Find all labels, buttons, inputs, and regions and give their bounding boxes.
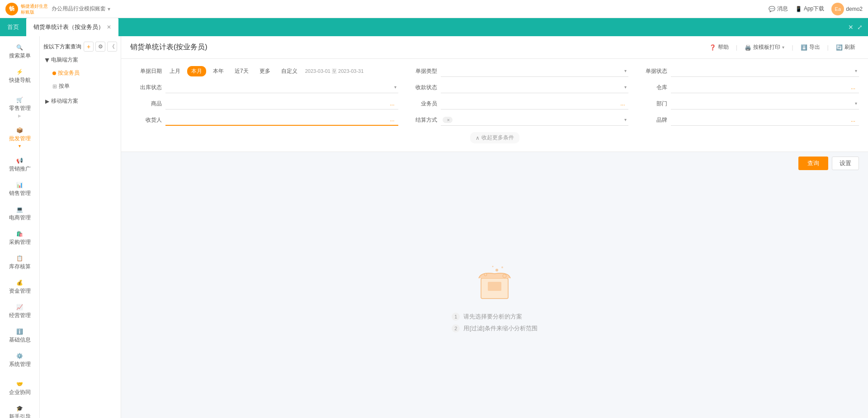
purchase-icon: 🛍️ <box>16 231 23 237</box>
active-dot-icon <box>52 71 56 75</box>
goods-dropdown[interactable]: ... <box>165 98 398 109</box>
sidebar-item-wholesale[interactable]: 📦 批发管理 ▼ <box>0 123 39 153</box>
sub-sidebar-toolbar: + ⚙ 《 <box>84 42 117 52</box>
wholesale-icon: 📦 <box>16 127 23 133</box>
sidebar-item-search[interactable]: 🔍 搜索菜单 <box>0 40 39 64</box>
sidebar-item-ecommerce[interactable]: 💻 电商管理 <box>0 202 39 226</box>
sidebar-item-purchase[interactable]: 🛍️ 采购管理 <box>0 226 39 251</box>
tab-sales-report[interactable]: 销货单统计表（按业务员） ✕ <box>26 18 118 36</box>
tab-close-window-icon[interactable]: ✕ <box>848 24 854 31</box>
sidebar-ecommerce-label: 电商管理 <box>9 214 31 222</box>
sidebar-purchase-label: 采购管理 <box>9 238 31 246</box>
template-print-arrow-icon: ▾ <box>782 45 784 50</box>
app-download-btn[interactable]: 📱 App下载 <box>795 5 824 13</box>
out-status-dropdown[interactable]: ▾ <box>165 81 398 93</box>
payment-dropdown[interactable]: × ▾ <box>441 114 629 126</box>
basics-icon: ℹ️ <box>16 328 23 335</box>
collapse-btn[interactable]: ∧ 收起更多条件 <box>470 132 519 143</box>
doc-status-label: 单据状态 <box>636 67 667 75</box>
date-this-month-btn[interactable]: 本月 <box>187 66 206 76</box>
filter-row-2: 出库状态 ▾ 收款状态 ▾ 仓库 <box>130 81 859 93</box>
doc-type-dropdown[interactable]: ▾ <box>441 65 629 77</box>
dept-label: 部门 <box>636 100 667 108</box>
consignee-filter-group: 收货人 ... <box>130 114 398 126</box>
date-custom-btn[interactable]: 自定义 <box>277 66 302 76</box>
consignee-dropdown[interactable]: ... <box>165 114 398 126</box>
goods-more-icon[interactable]: ... <box>388 100 396 107</box>
receipt-status-label: 收款状态 <box>406 84 437 91</box>
export-btn[interactable]: ⬇️ 导出 <box>797 42 824 53</box>
consignee-more-icon[interactable]: ... <box>388 116 396 123</box>
payment-filter-group: 结算方式 × ▾ <box>406 114 629 126</box>
staff-label: 业务员 <box>406 100 437 108</box>
sidebar-item-marketing[interactable]: 📢 营销推广 <box>0 153 39 177</box>
sub-sidebar-title: 按以下方案查询 <box>43 43 82 51</box>
filter-row-1: 单据日期 上月 本月 本年 近7天 更多 自定义 2023-03-01 至 20… <box>130 65 859 77</box>
sep2: | <box>792 44 793 51</box>
collapse-label: 收起更多条件 <box>481 134 514 142</box>
date-last-month-btn[interactable]: 上月 <box>165 66 184 76</box>
filter-row-3: 商品 ... 业务员 ... 部门 <box>130 98 859 109</box>
staff-more-icon[interactable]: ... <box>618 100 627 107</box>
template-print-btn[interactable]: 🖨️ 按模板打印 ▾ <box>741 42 788 53</box>
quick-nav-icon: ⚡ <box>16 69 23 75</box>
date-last-7days-btn[interactable]: 近7天 <box>231 66 253 76</box>
out-status-filter-group: 出库状态 ▾ <box>130 81 398 93</box>
sub-item-by-staff[interactable]: 按业务员 <box>40 66 121 80</box>
page-title: 销货单统计表(按业务员) <box>130 43 208 52</box>
sidebar-item-sales[interactable]: 📊 销售管理 <box>0 177 39 202</box>
date-more-btn[interactable]: 更多 <box>255 66 274 76</box>
sub-sidebar-header: 按以下方案查询 + ⚙ 《 <box>40 40 121 53</box>
tab-home[interactable]: 首页 <box>0 18 26 36</box>
add-scheme-btn[interactable]: + <box>84 42 94 52</box>
goods-label: 商品 <box>130 100 162 108</box>
refresh-label: 刷新 <box>844 43 855 51</box>
sidebar-item-operations[interactable]: 📈 经营管理 <box>0 299 39 324</box>
dept-dropdown[interactable]: ▾ <box>671 98 859 109</box>
sidebar-item-quick-nav[interactable]: ⚡ 快捷导航 <box>0 64 39 89</box>
sidebar-item-finance[interactable]: 💰 资金管理 <box>0 275 39 299</box>
user-profile[interactable]: Ea demo2 <box>831 3 863 15</box>
section-pc-chevron-icon: ▶ <box>44 58 51 62</box>
refresh-btn[interactable]: 🔄 刷新 <box>832 42 859 53</box>
payment-tag: × <box>443 117 453 123</box>
sidebar-item-newbie[interactable]: 🎓 新手引导 <box>0 401 39 418</box>
out-status-label: 出库状态 <box>130 84 162 91</box>
brand-dropdown[interactable]: ... <box>671 114 859 126</box>
dept-arrow-icon: ▾ <box>855 101 857 106</box>
sidebar-item-enterprise[interactable]: 🤝 企业协同 <box>0 376 39 401</box>
sidebar-item-inventory[interactable]: 📋 库存核算 <box>0 251 39 275</box>
warehouse-more-icon[interactable]: ... <box>849 84 857 90</box>
svg-point-2 <box>501 266 503 268</box>
print-icon: 🖨️ <box>745 44 751 51</box>
content-area: 按以下方案查询 + ⚙ 《 ▶ 电脑端方案 按业务员 ⊞ <box>40 36 868 418</box>
receipt-status-dropdown[interactable]: ▾ <box>441 81 629 93</box>
breadcrumb-arrow-icon[interactable]: ▾ <box>108 6 110 12</box>
tab-close-icon[interactable]: ✕ <box>107 24 111 30</box>
collapse-scheme-btn[interactable]: 《 <box>107 42 117 52</box>
avatar: Ea <box>831 3 844 15</box>
sub-sidebar-section-pc-title[interactable]: ▶ 电脑端方案 <box>40 53 121 66</box>
staff-dropdown[interactable]: ... <box>441 98 629 109</box>
tab-sales-report-label: 销货单统计表（按业务员） <box>33 23 104 31</box>
query-btn[interactable]: 查询 <box>798 157 828 170</box>
doc-status-dropdown[interactable]: ▾ <box>671 65 859 77</box>
sidebar-marketing-label: 营销推广 <box>9 165 31 173</box>
warehouse-dropdown[interactable]: ... <box>671 81 859 93</box>
sub-item-by-order[interactable]: ⊞ 按单 <box>40 80 121 93</box>
topbar-right: 💬 消息 📱 App下载 Ea demo2 <box>769 3 863 15</box>
message-btn[interactable]: 💬 消息 <box>769 5 788 13</box>
sidebar-item-retail[interactable]: 🛒 零售管理 ▶ <box>0 92 39 123</box>
sub-sidebar-section-mobile-title[interactable]: ▶ 移动端方案 <box>40 95 121 108</box>
sidebar-item-system[interactable]: ⚙️ 系统管理 <box>0 348 39 373</box>
settings-btn[interactable]: 设置 <box>832 157 859 170</box>
help-btn[interactable]: ❓ 帮助 <box>706 42 732 53</box>
brand-more-icon[interactable]: ... <box>849 117 857 123</box>
settings-scheme-btn[interactable]: ⚙ <box>95 42 105 52</box>
doc-status-arrow-icon: ▾ <box>855 68 857 73</box>
payment-tag-close-btn[interactable]: × <box>447 117 450 123</box>
tab-maximize-icon[interactable]: ⤢ <box>857 24 863 31</box>
date-this-year-btn[interactable]: 本年 <box>209 66 228 76</box>
sidebar-item-basics[interactable]: ℹ️ 基础信息 <box>0 324 39 348</box>
sidebar-quick-nav-label: 快捷导航 <box>9 76 31 84</box>
